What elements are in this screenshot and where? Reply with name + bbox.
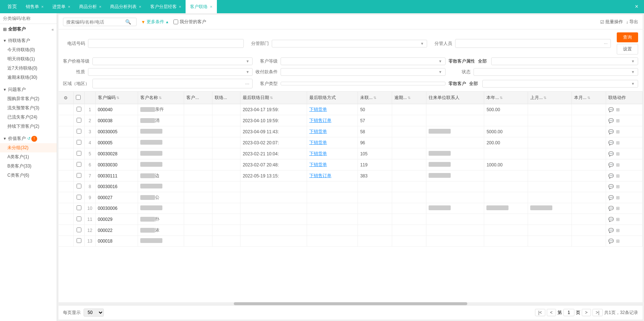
sidebar-search-input[interactable] — [3, 16, 57, 21]
area-select[interactable]: ··· — [92, 79, 253, 88]
more-conditions-button[interactable]: ▼ 更多条件 ▲ — [141, 19, 169, 25]
sidebar-item-7day-pending[interactable]: 近7天待联络(0) — [0, 64, 57, 73]
td-checkbox[interactable] — [73, 137, 84, 148]
grid-action-icon[interactable]: ⊞ — [616, 195, 620, 200]
search-input[interactable] — [66, 20, 125, 25]
close-icon-product-analysis-list[interactable]: × — [139, 4, 141, 9]
grid-action-icon[interactable]: ⊞ — [616, 206, 620, 211]
message-icon[interactable]: 💬 — [608, 228, 614, 233]
scrollbar-thumb[interactable] — [234, 302, 467, 305]
message-icon[interactable]: 💬 — [608, 184, 614, 189]
next-page-button[interactable]: > — [582, 309, 591, 316]
message-icon[interactable]: 💬 — [608, 107, 614, 112]
td-checkbox[interactable] — [73, 225, 84, 236]
td-last-contact-method[interactable] — [307, 203, 358, 214]
sidebar-item-hoarding-anomaly[interactable]: 囤购异常客户(2) — [0, 94, 57, 103]
sidebar-item-declining[interactable]: 持续下滑客户(2) — [0, 122, 57, 131]
customer-type-select[interactable] — [281, 82, 445, 85]
sidebar-item-churn-warning[interactable]: 流失预警客户(3) — [0, 103, 57, 113]
prev-page-button[interactable]: < — [547, 309, 556, 316]
td-checkbox[interactable] — [73, 148, 84, 159]
contact-method-link[interactable]: 下销货单 — [309, 107, 327, 112]
row-checkbox[interactable] — [77, 173, 81, 178]
message-icon[interactable]: 💬 — [608, 140, 614, 145]
td-checkbox[interactable] — [73, 214, 84, 225]
td-last-contact-method[interactable]: 下销货单 — [307, 159, 358, 170]
sidebar-item-ungrouped[interactable]: 未分组(32) — [0, 143, 57, 152]
td-checkbox[interactable] — [73, 192, 84, 203]
group-title-pending-contact[interactable]: ▼ 待联络客户 — [0, 36, 57, 45]
first-page-button[interactable]: |< — [535, 309, 545, 316]
row-checkbox[interactable] — [77, 195, 81, 200]
th-code[interactable]: 客户编码 ⇅ — [95, 92, 138, 104]
contact-method-link[interactable]: 下销货单 — [309, 162, 327, 167]
phone-input[interactable] — [88, 39, 244, 48]
th-overdue[interactable]: 逾期... ⇅ — [392, 92, 426, 104]
sidebar-item-class-b[interactable]: B类客户(33) — [0, 162, 57, 171]
td-last-contact-method[interactable]: 下销货单 — [307, 104, 358, 115]
td-last-contact-method[interactable] — [307, 225, 358, 236]
settings-icon[interactable]: ⚙ — [64, 95, 68, 100]
sidebar-item-class-c[interactable]: C类客户(6) — [0, 171, 57, 180]
grid-action-icon[interactable]: ⊞ — [616, 162, 620, 167]
select-all-checkbox[interactable] — [76, 95, 81, 100]
sidebar-item-today-pending[interactable]: 今天待联络(0) — [0, 45, 57, 54]
td-checkbox[interactable] — [73, 159, 84, 170]
dots-icon[interactable]: ··· — [604, 41, 608, 46]
message-icon[interactable]: 💬 — [608, 239, 614, 244]
close-icon-sales-order[interactable]: × — [41, 4, 43, 9]
row-checkbox[interactable] — [77, 205, 81, 210]
td-last-contact-method[interactable]: 下销货单 — [307, 126, 358, 137]
last-page-button[interactable]: >| — [592, 309, 603, 316]
contact-method-link[interactable]: 下销售订单 — [309, 118, 331, 123]
message-icon[interactable]: 💬 — [608, 195, 614, 200]
sidebar-item-churned[interactable]: 已流失客户(24) — [0, 113, 57, 122]
price-level-select[interactable]: ▼ — [92, 57, 253, 65]
td-checkbox[interactable] — [73, 115, 84, 126]
grid-action-icon[interactable]: ⊞ — [616, 228, 620, 233]
tab-product-analysis-list[interactable]: 商品分析列表 × — [106, 0, 145, 13]
contact-method-link[interactable]: 下销货单 — [309, 151, 327, 156]
th-no-contact[interactable]: 未联... ⇅ — [358, 92, 392, 104]
contact-method-link[interactable]: 下销货单 — [309, 129, 327, 134]
group-title-problem-customers[interactable]: ▼ 问题客户 — [0, 85, 57, 94]
message-icon[interactable]: 💬 — [608, 162, 614, 167]
grid-action-icon[interactable]: ⊞ — [616, 118, 620, 123]
close-icon-customer-contact[interactable]: × — [210, 4, 212, 9]
my-customers-checkbox[interactable] — [173, 20, 178, 24]
message-icon[interactable]: 💬 — [608, 217, 614, 222]
dots-icon[interactable]: ··· — [245, 81, 250, 87]
td-checkbox[interactable] — [73, 203, 84, 214]
row-checkbox[interactable] — [77, 140, 81, 145]
person-select[interactable]: ··· — [455, 39, 611, 48]
reset-button[interactable]: 设置 — [617, 44, 638, 54]
td-last-contact-method[interactable] — [307, 214, 358, 225]
query-button[interactable]: 查询 — [617, 32, 638, 42]
zero-attr-select[interactable]: ▼ — [491, 57, 638, 65]
td-last-contact-method[interactable]: 下销售订单 — [307, 170, 358, 181]
th-this-year[interactable]: 本年... ⇅ — [484, 92, 528, 104]
row-checkbox[interactable] — [77, 216, 81, 221]
grid-action-icon[interactable]: ⊞ — [616, 107, 620, 112]
th-contact[interactable]: 联络... — [212, 92, 240, 104]
td-last-contact-method[interactable] — [307, 192, 358, 203]
td-last-contact-method[interactable] — [307, 236, 358, 247]
contact-method-link[interactable]: 下销货单 — [309, 140, 327, 145]
td-last-contact-method[interactable]: 下销货单 — [307, 148, 358, 159]
page-number-input[interactable] — [563, 309, 574, 316]
message-icon[interactable]: 💬 — [608, 206, 614, 211]
row-checkbox[interactable] — [77, 129, 81, 134]
td-checkbox[interactable] — [73, 181, 84, 192]
th-settings[interactable]: ⚙ — [59, 92, 73, 104]
all-customers-header[interactable]: ⊞ 全部客户 « — [0, 24, 57, 35]
status-select[interactable]: ▼ — [474, 68, 638, 76]
row-checkbox[interactable] — [77, 162, 81, 167]
grid-action-icon[interactable]: ⊞ — [616, 129, 620, 134]
td-checkbox[interactable] — [73, 236, 84, 247]
tab-sales-order[interactable]: 销售单 × — [21, 0, 48, 13]
tab-customer-contact[interactable]: 客户联络 × — [186, 0, 217, 13]
sidebar-item-class-a[interactable]: A类客户(1) — [0, 152, 57, 162]
th-this-month[interactable]: 本月... ⇅ — [571, 92, 606, 104]
export-button[interactable]: ↓ 导出 — [626, 19, 638, 25]
collapse-icon[interactable]: « — [52, 27, 54, 32]
